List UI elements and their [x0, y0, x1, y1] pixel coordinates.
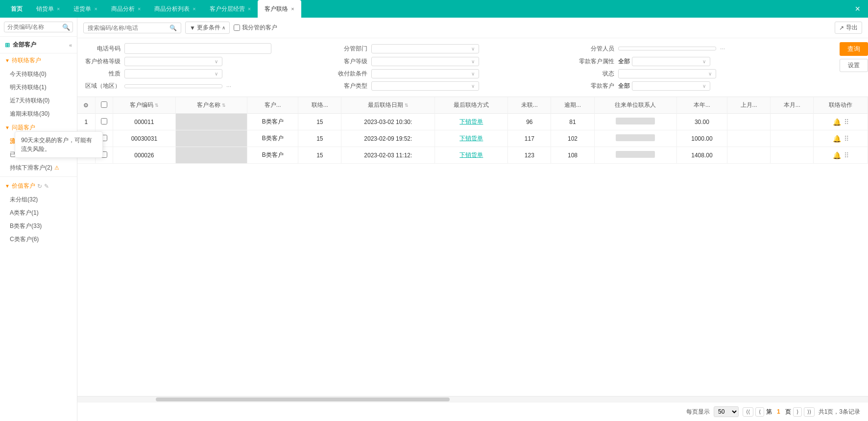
- arrow-down-icon: ▼: [5, 58, 10, 63]
- payment-select[interactable]: ∨: [371, 69, 479, 78]
- row-last-contact-method[interactable]: 下销货单: [435, 147, 508, 164]
- tab-customer-contact[interactable]: 客户联络 ×: [258, 0, 301, 18]
- query-btn[interactable]: 查询: [840, 42, 868, 56]
- more-conditions-label: 更多条件: [197, 24, 220, 32]
- zero-attr-label: 零款客户属性: [579, 57, 618, 66]
- my-customers-checkbox-wrap[interactable]: 我分管的客户: [234, 24, 277, 32]
- status-select[interactable]: ∨: [618, 69, 716, 78]
- declining-label: 持续下滑客户(2): [10, 164, 52, 172]
- sidebar-item-class-c[interactable]: C类客户(6): [0, 233, 77, 246]
- row-contact-action[interactable]: 🔔: [833, 151, 841, 159]
- search-bar: 🔍 ▼ 更多条件 ∧ 我分管的客户 ↗ 导出: [77, 18, 868, 38]
- tab-purchase[interactable]: 进货单 ×: [67, 0, 104, 18]
- th-settings[interactable]: ⚙: [77, 97, 95, 114]
- tab-home[interactable]: 首页: [4, 0, 29, 18]
- search-orange-icon[interactable]: 🔍: [169, 25, 177, 31]
- customer-type-arrow-icon: ∨: [471, 83, 475, 89]
- dept-select[interactable]: ∨: [371, 44, 479, 53]
- tab-customer-tier-close[interactable]: ×: [248, 6, 251, 12]
- row-last-contact-method[interactable]: 下销货单: [435, 114, 508, 130]
- tab-sales[interactable]: 销货单 ×: [29, 0, 67, 18]
- sidebar-item-declining[interactable]: 持续下滑客户(2) ⚠: [0, 161, 77, 174]
- tooltip-text: 90天未交易的客户，可能有流失风险。: [21, 137, 77, 152]
- region-select[interactable]: [124, 84, 222, 88]
- row-customer-type: B类客户: [247, 130, 298, 147]
- tab-customer-contact-close[interactable]: ×: [291, 6, 294, 12]
- class-b-label: B类客户(33): [10, 222, 42, 230]
- filter-icon: ▼: [190, 25, 195, 31]
- scrollbar-thumb[interactable]: [156, 397, 450, 401]
- tab-product-analysis-list[interactable]: 商品分析列表 ×: [147, 0, 202, 18]
- th-checkbox[interactable]: [95, 97, 113, 114]
- sidebar-item-today[interactable]: 今天待联络(0): [0, 68, 77, 81]
- row-checkbox[interactable]: [101, 118, 107, 124]
- sidebar-item-tomorrow[interactable]: 明天待联络(1): [0, 81, 77, 94]
- settings-btn[interactable]: 设置: [840, 59, 868, 72]
- tab-customer-tier[interactable]: 客户分层经营 ×: [203, 0, 258, 18]
- per-page-select[interactable]: 50 100 200: [714, 406, 739, 417]
- prev-page-btn[interactable]: ⟨: [755, 407, 764, 417]
- customer-level-select[interactable]: ∨: [371, 57, 479, 66]
- tab-sales-close[interactable]: ×: [57, 6, 60, 12]
- row-this-year: 30.00: [676, 114, 727, 130]
- total-records-label: 共1页，3条记录: [819, 408, 860, 416]
- sidebar-item-overdue[interactable]: 逾期未联络(30): [0, 107, 77, 121]
- manager-more-icon[interactable]: ···: [716, 45, 729, 52]
- zero-customer-select[interactable]: ∨: [632, 81, 710, 91]
- row-contact-action[interactable]: 🔔: [833, 135, 841, 143]
- sidebar-item-ungrouped[interactable]: 未分组(32): [0, 193, 77, 206]
- row-uncontacted: 117: [508, 130, 551, 147]
- sidebar-item-class-a[interactable]: A类客户(1): [0, 206, 77, 220]
- row-more-action[interactable]: ⠿: [844, 135, 849, 143]
- row-actions: 🔔 ⠿: [814, 147, 868, 164]
- row-this-year: 1000.00: [676, 130, 727, 147]
- row-last-contact-method[interactable]: 下销货单: [435, 130, 508, 147]
- gender-arrow-icon: ∨: [215, 71, 218, 76]
- export-btn[interactable]: ↗ 导出: [835, 22, 862, 34]
- select-all-checkbox[interactable]: [101, 101, 107, 108]
- sidebar-search-icon[interactable]: 🔍: [62, 24, 70, 31]
- close-all-tabs[interactable]: ×: [851, 4, 864, 14]
- customer-type-label: 客户类型: [332, 82, 371, 90]
- sidebar-divider: [0, 176, 77, 177]
- filter-field-status: 状态 ∨: [579, 69, 826, 78]
- th-uncontacted: 未联...: [508, 97, 551, 114]
- sidebar-all-customers[interactable]: ⊞ 全部客户 «: [0, 37, 77, 53]
- manager-label: 分管人员: [579, 45, 618, 53]
- tab-customer-tier-label: 客户分层经营: [210, 5, 245, 13]
- refresh-icon[interactable]: ↻: [37, 183, 42, 190]
- row-contact-action[interactable]: 🔔: [833, 118, 841, 126]
- filter-row-2: 客户价格等级 ∨ 客户等级 ∨: [85, 57, 826, 66]
- table-row: 2 00030031 B类客户 15 2023-02-09 19:52: 下销货…: [77, 130, 868, 147]
- tab-purchase-close[interactable]: ×: [94, 6, 97, 12]
- sidebar-item-7days[interactable]: 近7天待联络(0): [0, 94, 77, 107]
- table-scrollbar[interactable]: [77, 396, 868, 402]
- sidebar-section-pending[interactable]: ▼ 待联络客户: [0, 53, 77, 68]
- sidebar-item-class-b[interactable]: B类客户(33): [0, 220, 77, 233]
- row-more-action[interactable]: ⠿: [844, 118, 849, 126]
- edit-icon[interactable]: ✎: [44, 183, 49, 190]
- customer-type-select[interactable]: ∨: [371, 81, 479, 91]
- last-page-btn[interactable]: ⟩⟩: [804, 407, 815, 417]
- tab-product-analysis-close[interactable]: ×: [138, 6, 141, 12]
- tab-product-analysis-list-close[interactable]: ×: [193, 6, 195, 12]
- row-more-action[interactable]: ⠿: [844, 151, 849, 159]
- row-name: [176, 114, 247, 130]
- main-search-input[interactable]: [88, 25, 169, 31]
- price-level-select[interactable]: ∨: [124, 57, 222, 66]
- tab-product-analysis[interactable]: 商品分析 ×: [104, 0, 147, 18]
- gender-select[interactable]: ∨: [124, 69, 222, 78]
- manager-select[interactable]: [618, 47, 716, 50]
- phone-input[interactable]: [124, 43, 271, 54]
- filter-field-zero-customer: 零款客户 全部 ∨: [579, 81, 826, 91]
- sidebar-section-value[interactable]: ▼ 价值客户 ↻ ✎: [0, 179, 77, 193]
- my-customers-checkbox[interactable]: [234, 25, 240, 31]
- more-conditions-btn[interactable]: ▼ 更多条件 ∧: [185, 22, 230, 34]
- row-contact-count: 15: [298, 147, 341, 164]
- next-page-btn[interactable]: ⟩: [793, 407, 802, 417]
- first-page-btn[interactable]: ⟨⟨: [743, 407, 753, 417]
- row-checkbox-cell[interactable]: [95, 114, 113, 130]
- zero-attr-select[interactable]: ∨: [632, 57, 710, 66]
- filter-action-row: 电话号码 分管部门 ∨ 分管人员: [77, 38, 868, 97]
- region-more-icon[interactable]: ···: [222, 83, 235, 90]
